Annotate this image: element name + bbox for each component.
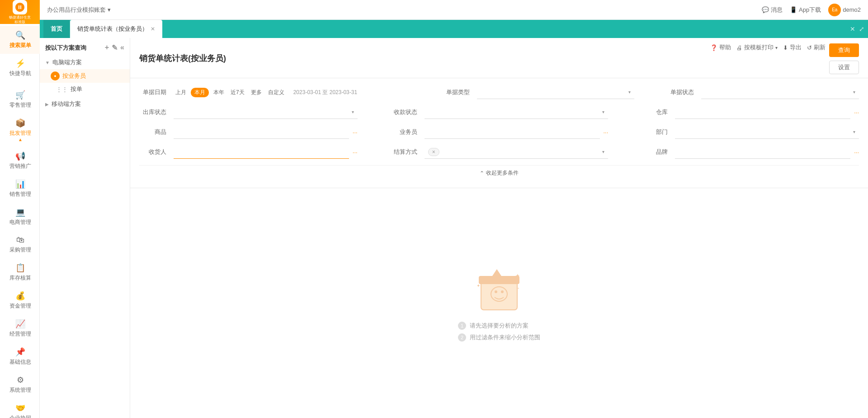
close-window-icon[interactable]: ✕ xyxy=(850,25,855,33)
out-status-field: ▾ xyxy=(174,105,358,119)
tree-desktop-group[interactable]: ▼ 电脑端方案 xyxy=(40,56,130,69)
collapse-panel-btn[interactable]: « xyxy=(120,43,124,52)
brand-input[interactable] xyxy=(675,145,850,159)
tree-mobile-group[interactable]: ▶ 移动端方案 xyxy=(40,97,130,111)
help-label: 帮助 xyxy=(719,43,731,52)
template-print-btn[interactable]: 🖨 按模板打印 ▾ xyxy=(736,43,778,52)
sidebar-item-corp-collab[interactable]: 🤝 企业协同 xyxy=(0,399,40,418)
goods-label: 商品 xyxy=(139,128,166,136)
sidebar-item-search[interactable]: 🔍 搜索菜单 xyxy=(0,26,40,54)
collapse-bar[interactable]: ⌃ 收起更多条件 xyxy=(139,165,859,180)
sidebar-item-quick-nav[interactable]: ⚡ 快捷导航 xyxy=(0,54,40,82)
department-dropdown[interactable]: ▾ xyxy=(675,125,859,139)
order-type-field: ▾ xyxy=(477,86,635,99)
tab-home[interactable]: 首页 xyxy=(43,20,70,38)
order-status-dropdown[interactable]: ▾ xyxy=(701,86,859,99)
avatar-initials: Ea xyxy=(832,7,837,12)
svg-point-3 xyxy=(495,290,497,293)
order-type-dropdown[interactable]: ▾ xyxy=(477,86,635,99)
settings-button[interactable]: 设置 xyxy=(829,61,859,74)
salesperson-input[interactable] xyxy=(425,125,600,139)
page-header-actions: ❓ 帮助 🖨 按模板打印 ▾ ⬇ 导出 ↺ xyxy=(710,43,826,56)
order-status-arrow: ▾ xyxy=(853,90,855,95)
sidebar-item-wholesale[interactable]: 📦 批发管理 ▲ xyxy=(0,114,40,147)
sidebar-item-inventory[interactable]: 📋 库存核算 xyxy=(0,258,40,286)
svg-text:+: + xyxy=(517,286,519,290)
user-menu[interactable]: Ea demo2 xyxy=(828,4,861,16)
date-range-value: 2023-03-01 至 2023-03-31 xyxy=(293,89,357,96)
basic-info-icon: 📌 xyxy=(15,347,25,357)
warehouse-ellipsis[interactable]: ··· xyxy=(854,109,859,116)
message-label: 消息 xyxy=(771,6,783,14)
sidebar-item-sales[interactable]: 📊 销售管理 xyxy=(0,175,40,203)
refresh-btn[interactable]: ↺ 刷新 xyxy=(807,43,826,52)
export-label: 导出 xyxy=(790,43,802,52)
tree-item-by-order[interactable]: ⋮⋮ 按单 xyxy=(40,83,130,95)
sidebar-item-finance[interactable]: 💰 资金管理 xyxy=(0,286,40,314)
order-status-field: ▾ xyxy=(701,86,859,99)
date-this-year[interactable]: 本年 xyxy=(212,88,226,97)
out-status-dropdown[interactable]: ▾ xyxy=(174,105,358,119)
sidebar-item-retail[interactable]: 🛒 零售管理 xyxy=(0,86,40,114)
settlement-dropdown[interactable]: × ▾ xyxy=(425,145,609,159)
svg-rect-1 xyxy=(479,276,519,284)
consignee-label: 收货人 xyxy=(139,148,166,156)
date-custom[interactable]: 自定义 xyxy=(266,88,286,97)
template-print-arrow: ▾ xyxy=(775,45,778,50)
by-order-label: 按单 xyxy=(71,85,82,93)
brand-ellipsis[interactable]: ··· xyxy=(854,149,859,156)
consignee-input[interactable] xyxy=(174,145,349,159)
help-btn[interactable]: ❓ 帮助 xyxy=(710,43,731,52)
goods-input[interactable] xyxy=(174,125,349,139)
sidebar-item-system[interactable]: ⚙ 系统管理 xyxy=(0,370,40,399)
date-last-month[interactable]: 上月 xyxy=(174,88,188,97)
sidebar-item-ecommerce[interactable]: 💻 电商管理 xyxy=(0,203,40,231)
sidebar-item-quick-label: 快捷导航 xyxy=(9,70,31,77)
order-status-label: 单据状态 xyxy=(667,88,694,96)
quick-nav-icon: ⚡ xyxy=(15,58,25,68)
sidebar-item-basic-info[interactable]: 📌 基础信息 xyxy=(0,342,40,370)
sidebar-item-basic-info-label: 基础信息 xyxy=(9,358,31,366)
sales-icon: 📊 xyxy=(15,179,25,189)
query-button[interactable]: 查询 xyxy=(829,43,859,57)
sidebar-item-management[interactable]: 📈 经营管理 xyxy=(0,314,40,342)
user-name: demo2 xyxy=(843,6,861,13)
tab-close-btn[interactable]: ✕ xyxy=(151,26,155,32)
sidebar-item-search-label: 搜索菜单 xyxy=(9,42,31,49)
filter-row-2: 出库状态 ▾ 收款状态 ▾ xyxy=(139,105,859,119)
add-scheme-btn[interactable]: + xyxy=(105,43,109,52)
maximize-icon[interactable]: ⤢ xyxy=(859,25,864,33)
app-download-btn[interactable]: 📱 App下载 xyxy=(790,6,821,14)
tree-item-by-salesperson[interactable]: ● 按业务员 xyxy=(40,69,130,83)
app-logo[interactable]: 畅捷通好生意 标准版 xyxy=(0,0,40,24)
salesperson-ellipsis[interactable]: ··· xyxy=(604,129,609,136)
ecommerce-icon: 💻 xyxy=(15,207,25,217)
template-print-label: 按模板打印 xyxy=(744,43,774,52)
consignee-ellipsis[interactable]: ··· xyxy=(353,149,358,156)
warehouse-input[interactable] xyxy=(675,105,850,119)
payment-status-dropdown[interactable]: ▾ xyxy=(425,105,609,119)
goods-ellipsis[interactable]: ··· xyxy=(353,129,358,136)
sidebar-item-purchase[interactable]: 🛍 采购管理 xyxy=(0,231,40,258)
breadcrumb-text: 办公用品行业模拟账套 xyxy=(47,6,106,14)
svg-text:✦: ✦ xyxy=(476,283,480,288)
date-last-7days[interactable]: 近7天 xyxy=(229,88,246,97)
left-panel-title: 按以下方案查询 xyxy=(45,44,86,52)
date-more[interactable]: 更多 xyxy=(249,88,264,97)
edit-scheme-btn[interactable]: ✎ xyxy=(112,43,118,52)
page-header: 销货单统计表(按业务员) ❓ 帮助 🖨 按模板打印 ▾ xyxy=(130,38,868,78)
finance-icon: 💰 xyxy=(15,291,25,301)
filter-section: 单据日期 上月 本月 本年 近7天 更多 自定义 2023-03-01 至 20… xyxy=(130,78,868,188)
message-btn[interactable]: 💬 消息 xyxy=(762,6,783,14)
breadcrumb-dropdown[interactable]: 办公用品行业模拟账套 ▾ xyxy=(47,6,111,14)
export-btn[interactable]: ⬇ 导出 xyxy=(783,43,802,52)
user-avatar: Ea xyxy=(828,4,841,16)
payment-status-arrow: ▾ xyxy=(602,109,604,114)
sidebar-item-marketing[interactable]: 📢 营销推广 xyxy=(0,147,40,175)
tab-sales-stats[interactable]: 销货单统计表（按业务员） ✕ xyxy=(70,20,162,38)
payment-status-field: ▾ xyxy=(425,105,609,119)
system-icon: ⚙ xyxy=(17,375,24,385)
sidebar: 畅捷通好生意 标准版 🔍 搜索菜单 ⚡ 快捷导航 🛒 零售管理 📦 批发管理 ▲… xyxy=(0,0,40,418)
date-this-month[interactable]: 本月 xyxy=(191,88,209,97)
settlement-tag-x[interactable]: × xyxy=(432,149,435,155)
